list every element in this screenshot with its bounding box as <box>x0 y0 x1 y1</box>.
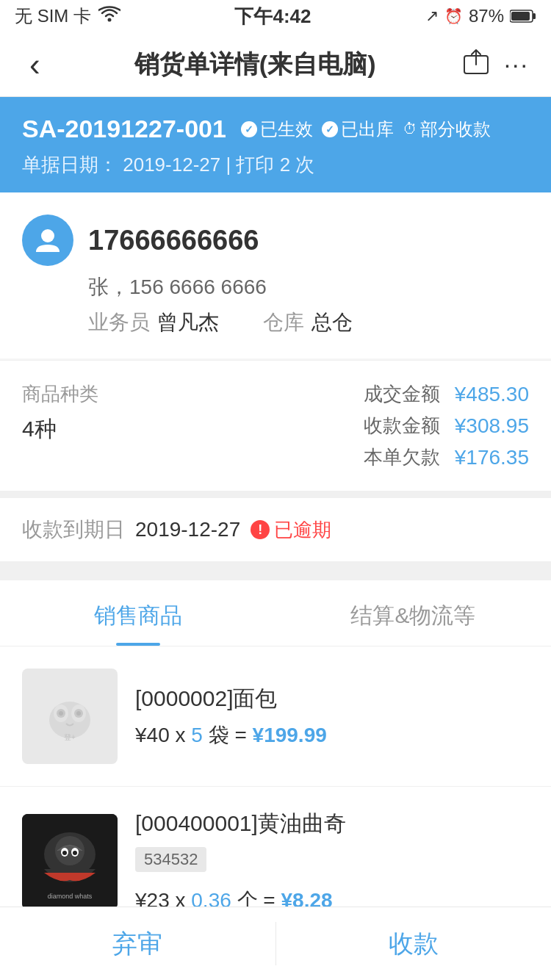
more-button[interactable]: ··· <box>504 50 529 79</box>
nav-bar: ‹ 销货单详情(来自电脑) ··· <box>0 32 551 97</box>
svg-rect-2 <box>533 13 536 19</box>
back-button[interactable]: ‹ <box>22 41 48 88</box>
due-date: 2019-12-27 <box>135 518 240 541</box>
svg-point-11 <box>59 711 63 716</box>
svg-point-12 <box>76 711 81 716</box>
customer-avatar <box>22 215 73 266</box>
status-partial: ⏱ 部分收款 <box>403 118 491 141</box>
stats-section: 商品种类 4种 成交金额 ¥485.30 收款金额 ¥308.95 本单欠款 ¥… <box>0 360 551 491</box>
check-icon-2 <box>322 121 338 137</box>
product-info-1: [0000002]面包 ¥40 x 5 袋 = ¥199.99 <box>135 684 529 749</box>
deal-row: 成交金额 ¥485.30 <box>364 381 529 407</box>
stats-left: 商品种类 4种 <box>22 381 98 470</box>
clock-icon: ⏱ <box>403 120 417 137</box>
customer-section: 17666666666 张，156 6666 6666 业务员 曾凡杰 仓库 总… <box>0 192 551 359</box>
warehouse-value: 总仓 <box>311 309 353 336</box>
order-date: 2019-12-27 <box>123 154 220 176</box>
collect-label: 收款金额 <box>364 413 440 439</box>
product-name-2: [000400001]黄油曲奇 <box>135 809 529 839</box>
overdue-indicator: ! 已逾期 <box>251 517 331 543</box>
svg-point-20 <box>73 851 77 855</box>
customer-meta: 业务员 曾凡杰 仓库 总仓 <box>22 309 529 336</box>
overdue-text: 已逾期 <box>274 517 331 543</box>
header-blue: SA-20191227-001 已生效 已出库 ⏱ 部分收款 单据日期： 201… <box>0 97 551 192</box>
status-shipped: 已出库 <box>322 118 394 141</box>
svg-point-5 <box>41 229 54 242</box>
list-item: 登+ [0000002]面包 ¥40 x 5 袋 = ¥199.99 <box>0 646 551 787</box>
svg-point-19 <box>62 851 67 855</box>
battery-text: 87% <box>469 6 504 26</box>
abandon-button[interactable]: 弃审 <box>0 907 276 980</box>
debt-label: 本单欠款 <box>364 444 440 470</box>
stats-inner: 商品种类 4种 成交金额 ¥485.30 收款金额 ¥308.95 本单欠款 ¥… <box>0 361 551 491</box>
stats-right: 成交金额 ¥485.30 收款金额 ¥308.95 本单欠款 ¥176.35 <box>364 381 529 470</box>
collect-row: 收款金额 ¥308.95 <box>364 413 529 439</box>
date-label: 单据日期： <box>22 154 118 176</box>
header-row1: SA-20191227-001 已生效 已出库 ⏱ 部分收款 <box>22 115 529 143</box>
collect-button[interactable]: 收款 <box>276 907 552 980</box>
deal-value: ¥485.30 <box>455 383 529 406</box>
share-button[interactable] <box>463 48 489 80</box>
product-price-1: ¥40 x 5 袋 = ¥199.99 <box>135 721 529 749</box>
product-thumbnail-1: 登+ <box>22 669 118 764</box>
warehouse-meta: 仓库 总仓 <box>263 309 353 336</box>
tabs-section: 销售商品 结算&物流等 <box>0 580 551 646</box>
svg-text:diamond whats: diamond whats <box>48 893 93 900</box>
tab-settlement[interactable]: 结算&物流等 <box>276 580 551 646</box>
status-tags: 已生效 已出库 ⏱ 部分收款 <box>241 118 491 141</box>
svg-rect-3 <box>511 12 530 21</box>
due-section: 收款到期日 2019-12-27 ! 已逾期 <box>0 491 551 569</box>
status-bar: 无 SIM 卡 下午4:42 ↗ ⏰ 87% <box>0 0 551 32</box>
sales-label: 业务员 <box>88 309 150 336</box>
product-thumbnail-2: diamond whats <box>22 814 118 909</box>
status-right: ↗ ⏰ 87% <box>425 6 536 26</box>
order-id: SA-20191227-001 <box>22 115 226 143</box>
page-title: 销货单详情(来自电脑) <box>134 48 376 82</box>
battery-icon <box>510 9 536 24</box>
sales-value: 曾凡杰 <box>157 309 219 336</box>
due-label: 收款到期日 <box>22 516 125 544</box>
product-name-1: [0000002]面包 <box>135 684 529 714</box>
debt-row: 本单欠款 ¥176.35 <box>364 444 529 470</box>
status-time: 下午4:42 <box>234 4 311 29</box>
wifi-icon <box>98 6 120 26</box>
check-icon-1 <box>241 121 257 137</box>
collect-value: ¥308.95 <box>455 414 529 438</box>
customer-id: 17666666666 <box>88 225 259 256</box>
product-list: 登+ [0000002]面包 ¥40 x 5 袋 = ¥199.99 <box>0 646 551 937</box>
sales-meta: 业务员 曾凡杰 <box>88 309 219 336</box>
status-activated: 已生效 <box>241 118 313 141</box>
print-info: 打印 2 次 <box>236 154 314 176</box>
svg-text:登+: 登+ <box>64 733 76 741</box>
overdue-dot-icon: ! <box>251 520 270 539</box>
svg-point-0 <box>108 18 112 22</box>
nav-actions: ··· <box>463 48 529 80</box>
customer-row: 17666666666 <box>22 215 529 266</box>
kind-label: 商品种类 <box>22 381 98 407</box>
product-sku-2: 534532 <box>135 847 206 872</box>
deal-label: 成交金额 <box>364 381 440 407</box>
warehouse-label: 仓库 <box>263 309 304 336</box>
product-info-2: [000400001]黄油曲奇 534532 ¥23 x 0.36 个 = ¥8… <box>135 809 529 915</box>
tab-sales-products[interactable]: 销售商品 <box>0 580 276 646</box>
customer-detail: 张，156 6666 6666 <box>22 273 529 301</box>
separator: | <box>226 154 236 176</box>
product-qty-1: 5 <box>191 724 203 746</box>
debt-value: ¥176.35 <box>455 446 529 469</box>
bottom-bar: 弃审 收款 <box>0 907 551 980</box>
carrier-text: 无 SIM 卡 <box>15 4 91 28</box>
status-left: 无 SIM 卡 <box>15 4 120 28</box>
product-total-1: ¥199.99 <box>253 724 327 746</box>
alarm-icon: ⏰ <box>444 7 463 25</box>
location-icon: ↗ <box>425 7 439 26</box>
kind-value: 4种 <box>22 414 98 444</box>
section-divider <box>0 569 551 580</box>
due-inner: 收款到期日 2019-12-27 ! 已逾期 <box>0 498 551 561</box>
header-row2: 单据日期： 2019-12-27 | 打印 2 次 <box>22 152 529 178</box>
